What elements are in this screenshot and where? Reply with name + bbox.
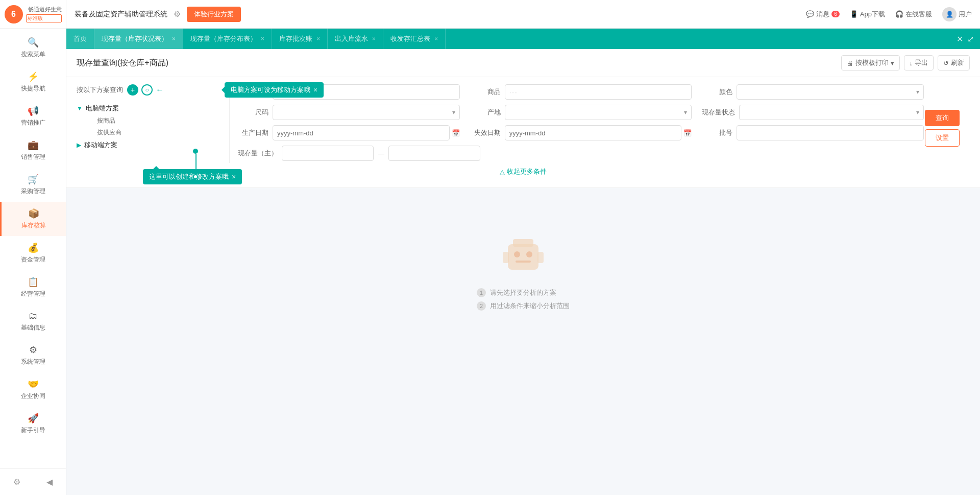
message-button[interactable]: 💬 消息 6 <box>806 10 840 19</box>
sidebar-item-finance[interactable]: 💰 资金管理 <box>0 236 66 270</box>
produce-date-input[interactable] <box>273 125 450 140</box>
purchase-icon: 🛒 <box>28 174 39 185</box>
user-avatar-icon: 👤 <box>946 11 953 18</box>
stock-status-select[interactable]: ▾ <box>739 105 924 120</box>
color-label: 颜色 <box>702 87 732 97</box>
batch-no-input[interactable] <box>737 125 924 140</box>
operations-icon: 📋 <box>28 276 39 288</box>
produce-date-calendar-icon[interactable]: 📅 <box>452 129 460 137</box>
scheme-tree-desktop[interactable]: ▼ 电脑端方案 <box>77 102 221 115</box>
scheme-tree-mobile[interactable]: ▶ 移动端方案 <box>77 138 221 152</box>
topbar: 装备及固定资产辅助管理系统 ⚙ 体验行业方案 💬 消息 6 📱 App下载 🎧 … <box>66 0 980 29</box>
marketing-icon: 📢 <box>28 105 39 116</box>
produce-date-label: 生产日期 <box>238 128 268 137</box>
user-label: 用户 <box>959 10 972 19</box>
sidebar-label-marketing: 营销推广 <box>21 119 45 127</box>
print-button[interactable]: 🖨 按模板打印 ▾ <box>841 55 900 70</box>
message-icon: 💬 <box>806 10 814 18</box>
online-service-icon: 🎧 <box>895 10 903 18</box>
experience-button[interactable]: 体验行业方案 <box>187 7 241 22</box>
filter-row-stock-status: 现存量状态 ▾ <box>702 105 924 120</box>
sidebar-label-guide: 新手引导 <box>21 426 45 435</box>
color-select[interactable]: ▾ <box>737 84 924 100</box>
collapse-sidebar-icon[interactable]: ◀ <box>44 475 55 489</box>
tab-inventory-status[interactable]: 现存量（库存状况表） × <box>94 29 183 49</box>
sidebar-item-quick[interactable]: ⚡ 快捷导航 <box>0 65 66 99</box>
sidebar-label-search: 搜索菜单 <box>21 50 45 59</box>
user-menu[interactable]: 👤 用户 <box>942 7 972 21</box>
scheme-sub-item-supplier[interactable]: 按供应商 <box>87 127 221 138</box>
logo-tag: 标准版 <box>26 14 62 22</box>
stock-main-from-input[interactable] <box>282 146 374 161</box>
sidebar-label-basics: 基础信息 <box>21 323 45 332</box>
origin-select[interactable]: ▾ <box>505 105 692 120</box>
sidebar-item-search[interactable]: 🔍 搜索菜单 <box>0 31 66 65</box>
right-action-panel: 查询 设置 <box>925 110 960 147</box>
stock-status-label: 现存量状态 <box>702 108 735 117</box>
filter-row-produce-date: 生产日期 📅 <box>238 125 460 140</box>
app-download-button[interactable]: 📱 App下载 <box>850 10 885 19</box>
message-badge: 6 <box>831 11 840 17</box>
sidebar-item-sales[interactable]: 💼 销售管理 <box>0 133 66 168</box>
tab-close-all-icon[interactable]: ✕ <box>957 34 963 44</box>
guide-icon: 🚀 <box>28 413 39 424</box>
tab-collect-summary-close[interactable]: × <box>434 35 438 42</box>
sidebar-item-purchase[interactable]: 🛒 采购管理 <box>0 168 66 202</box>
tab-inventory-dist-close[interactable]: × <box>261 35 264 42</box>
sidebar-item-inventory[interactable]: 📦 库存核算 <box>0 202 66 236</box>
tab-batch-ledger[interactable]: 库存批次账 × <box>272 29 328 49</box>
sidebar-label-operations: 经营管理 <box>21 290 45 298</box>
origin-label: 产地 <box>470 108 501 117</box>
settings-bottom-icon[interactable]: ⚙ <box>11 475 22 489</box>
filter-edit-button[interactable]: ○ <box>141 84 153 96</box>
tab-inventory-dist[interactable]: 现存量（库存分布表） × <box>183 29 272 49</box>
page-header: 现存量查询(按仓库+商品) 🖨 按模板打印 ▾ ↓ 导出 ↺ 刷新 <box>66 49 980 77</box>
origin-arrow-icon: ▾ <box>684 109 687 116</box>
filter-add-button[interactable]: + <box>127 84 138 96</box>
tab-inventory-status-label: 现存量（库存状况表） <box>102 34 168 43</box>
expire-date-label: 失效日期 <box>470 128 501 137</box>
refresh-icon: ↺ <box>943 59 949 67</box>
empty-tips: 1 请先选择要分析的方案 2 用过滤条件来缩小分析范围 <box>477 288 570 311</box>
refresh-button[interactable]: ↺ 刷新 <box>938 55 970 70</box>
empty-tip-2: 2 用过滤条件来缩小分析范围 <box>477 301 570 311</box>
sidebar-item-guide[interactable]: 🚀 新手引导 <box>0 407 66 441</box>
filter-row-goods: 商品 ··· <box>470 84 692 100</box>
scheme-sub-item-goods[interactable]: 按商品 <box>87 115 221 127</box>
topbar-settings-icon[interactable]: ⚙ <box>174 9 181 19</box>
filter-arrow-icon[interactable]: ← <box>156 85 164 95</box>
logo-icon: 6 <box>5 5 23 23</box>
filter-label: 按以下方案查询 <box>77 85 123 95</box>
goods-select[interactable]: ··· <box>505 84 692 100</box>
tab-batch-ledger-close[interactable]: × <box>316 35 320 42</box>
scheme-tooltip-close[interactable]: × <box>313 86 317 94</box>
expire-date-input[interactable] <box>505 125 682 140</box>
sidebar-label-inventory: 库存核算 <box>21 221 46 230</box>
tab-maximize-icon[interactable]: ⤢ <box>967 34 974 44</box>
tab-inventory-dist-label: 现存量（库存分布表） <box>190 34 257 43</box>
online-service-button[interactable]: 🎧 在线客服 <box>895 10 932 19</box>
tab-home[interactable]: 首页 <box>66 29 94 49</box>
export-button[interactable]: ↓ 导出 <box>904 55 934 70</box>
size-select[interactable]: ▾ <box>273 105 460 120</box>
svg-rect-0 <box>508 244 538 270</box>
expire-date-field: 📅 <box>505 125 692 140</box>
tab-inout-flow-close[interactable]: × <box>372 35 376 42</box>
sidebar-item-marketing[interactable]: 📢 营销推广 <box>0 99 66 133</box>
tab-inventory-status-close[interactable]: × <box>172 35 176 42</box>
tab-collect-summary[interactable]: 收发存汇总表 × <box>383 29 446 49</box>
sidebar-item-system[interactable]: ⚙ 系统管理 <box>0 338 66 372</box>
stock-main-to-input[interactable] <box>388 146 480 161</box>
scheme-edit-tooltip-close[interactable]: × <box>232 173 236 181</box>
collapse-up-icon: △ <box>500 168 505 176</box>
query-button[interactable]: 查询 <box>925 110 960 126</box>
tab-inout-flow[interactable]: 出入库流水 × <box>328 29 383 49</box>
sidebar-item-operations[interactable]: 📋 经营管理 <box>0 270 66 304</box>
sidebar-item-enterprise[interactable]: 🤝 企业协同 <box>0 372 66 407</box>
reset-button[interactable]: 设置 <box>925 129 960 147</box>
filter-row-origin: 产地 ▾ <box>470 105 692 120</box>
expire-date-calendar-icon[interactable]: 📅 <box>683 129 692 137</box>
sidebar-item-basics[interactable]: 🗂 基础信息 <box>0 304 66 338</box>
desktop-scheme-label: 电脑端方案 <box>86 104 119 113</box>
system-name: 装备及固定资产辅助管理系统 <box>75 10 167 19</box>
